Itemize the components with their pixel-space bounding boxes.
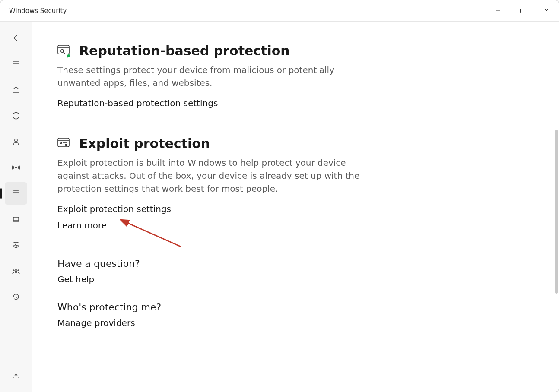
section-header: Reputation-based protection <box>57 43 386 58</box>
reputation-title: Reputation-based protection <box>79 43 290 58</box>
section-reputation: Reputation-based protection These settin… <box>57 43 386 108</box>
close-icon <box>544 8 549 13</box>
maximize-button[interactable] <box>510 0 534 21</box>
svg-point-8 <box>15 139 17 142</box>
section-exploit: Exploit protection Exploit protection is… <box>57 136 386 231</box>
svg-rect-1 <box>521 9 524 13</box>
home-icon <box>12 85 20 94</box>
providers-heading: Who's protecting me? <box>57 302 386 313</box>
svg-rect-24 <box>58 138 69 147</box>
svg-line-23 <box>64 52 65 54</box>
content-area: Reputation-based protection These settin… <box>32 22 559 392</box>
section-header: Exploit protection <box>57 136 386 151</box>
sidebar-item-device-health[interactable] <box>5 234 27 256</box>
sidebar-item-account[interactable] <box>5 130 27 153</box>
body: Reputation-based protection These settin… <box>0 21 559 392</box>
svg-point-14 <box>13 269 15 271</box>
section-help: Have a question? Get help <box>57 258 386 285</box>
svg-point-9 <box>16 167 17 168</box>
exploit-title: Exploit protection <box>79 136 210 151</box>
sidebar-item-device-security[interactable] <box>5 208 27 231</box>
svg-point-15 <box>17 269 19 271</box>
close-button[interactable] <box>534 0 559 21</box>
history-icon <box>12 293 20 301</box>
status-ok-badge <box>66 54 71 59</box>
sidebar-item-settings[interactable] <box>5 364 27 386</box>
scrollbar-thumb[interactable] <box>555 130 558 294</box>
family-icon <box>12 267 20 275</box>
svg-point-26 <box>60 142 61 143</box>
laptop-icon <box>12 215 20 224</box>
svg-rect-12 <box>13 217 19 221</box>
get-help-link[interactable]: Get help <box>57 274 386 285</box>
antenna-icon <box>12 163 20 172</box>
reputation-icon <box>57 45 70 57</box>
section-providers: Who's protecting me? Manage providers <box>57 302 386 328</box>
maximize-icon <box>520 8 525 13</box>
heart-icon <box>12 241 20 250</box>
sidebar-item-family[interactable] <box>5 260 27 282</box>
back-button[interactable] <box>5 27 27 49</box>
svg-point-16 <box>15 271 17 273</box>
hamburger-icon <box>12 60 20 68</box>
svg-rect-10 <box>13 191 19 196</box>
sidebar-item-home[interactable] <box>5 79 27 101</box>
reputation-settings-link[interactable]: Reputation-based protection settings <box>57 98 386 108</box>
sidebar-item-virus[interactable] <box>5 104 27 127</box>
window: Windows Security <box>0 0 559 392</box>
exploit-icon <box>57 138 70 150</box>
sidebar-item-firewall[interactable] <box>5 156 27 179</box>
minimize-button[interactable] <box>486 0 510 21</box>
minimize-icon <box>495 8 501 13</box>
menu-button[interactable] <box>5 53 27 75</box>
svg-point-19 <box>15 374 17 376</box>
svg-point-22 <box>61 49 64 52</box>
svg-point-28 <box>65 144 67 145</box>
svg-line-18 <box>16 297 17 298</box>
sidebar-item-app-browser[interactable] <box>5 182 27 205</box>
window-title: Windows Security <box>9 7 67 15</box>
manage-providers-link[interactable]: Manage providers <box>57 318 386 328</box>
help-heading: Have a question? <box>57 258 386 269</box>
exploit-learn-more-link[interactable]: Learn more <box>57 220 386 231</box>
exploit-settings-link[interactable]: Exploit protection settings <box>57 204 386 214</box>
reputation-desc: These settings protect your device from … <box>57 63 377 89</box>
sidebar-item-history[interactable] <box>5 286 27 308</box>
app-browser-icon <box>12 189 20 198</box>
gear-icon <box>12 371 20 379</box>
back-arrow-icon <box>12 34 20 42</box>
person-icon <box>12 137 20 146</box>
shield-icon <box>12 111 20 120</box>
titlebar: Windows Security <box>0 0 559 21</box>
exploit-desc: Exploit protection is built into Windows… <box>57 156 377 195</box>
sidebar <box>0 22 32 392</box>
